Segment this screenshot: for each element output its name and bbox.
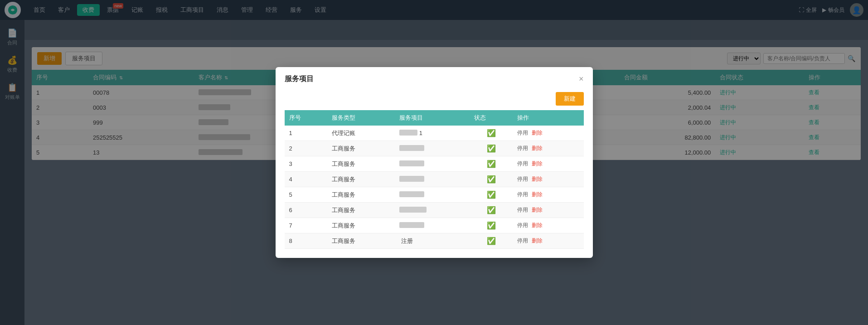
- modal-cell-item: [395, 187, 470, 203]
- status-check-icon: ✅: [487, 129, 496, 137]
- modal-cell-status: ✅: [470, 187, 513, 203]
- stop-button[interactable]: 停用: [517, 160, 528, 167]
- stop-button[interactable]: 停用: [517, 222, 528, 228]
- modal-table-row: 7 工商服务 ✅ 停用 删除: [285, 218, 584, 233]
- modal-cell-action[interactable]: 停用 删除: [513, 203, 583, 218]
- modal-cell-seq: 3: [285, 156, 328, 172]
- modal-cell-action[interactable]: 停用 删除: [513, 126, 583, 141]
- modal-close-button[interactable]: ×: [579, 74, 584, 84]
- modal-cell-status: ✅: [470, 218, 513, 233]
- modal-table-row: 6 工商服务 ✅ 停用 删除: [285, 203, 584, 218]
- modal-cell-item: [395, 218, 470, 233]
- modal-cell-item: [395, 141, 470, 156]
- modal-body: 新建 序号 服务类型 服务项目 状态 操作 1 代理记账 1: [276, 87, 593, 258]
- modal-cell-seq: 8: [285, 233, 328, 249]
- modal-table-row: 8 工商服务 注册 ✅ 停用 删除: [285, 233, 584, 249]
- modal-col-status: 状态: [470, 110, 513, 126]
- modal-cell-type: 工商服务: [327, 218, 395, 233]
- modal-cell-type: 工商服务: [327, 172, 395, 187]
- modal-cell-type: 工商服务: [327, 141, 395, 156]
- modal-cell-status: ✅: [470, 233, 513, 249]
- delete-button[interactable]: 删除: [532, 176, 543, 182]
- modal-cell-item: 注册: [395, 233, 470, 249]
- status-check-icon: ✅: [487, 145, 496, 152]
- modal-table-row: 1 代理记账 1 ✅ 停用 删除: [285, 126, 584, 141]
- modal-cell-status: ✅: [470, 141, 513, 156]
- modal-cell-seq: 6: [285, 203, 328, 218]
- modal-cell-seq: 4: [285, 172, 328, 187]
- modal-cell-item: [395, 203, 470, 218]
- modal-cell-action[interactable]: 停用 删除: [513, 141, 583, 156]
- modal-cell-action[interactable]: 停用 删除: [513, 156, 583, 172]
- modal-cell-status: ✅: [470, 172, 513, 187]
- stop-button[interactable]: 停用: [517, 130, 528, 136]
- status-check-icon: ✅: [487, 160, 496, 168]
- modal-table-row: 3 工商服务 ✅ 停用 删除: [285, 156, 584, 172]
- delete-button[interactable]: 删除: [532, 222, 543, 228]
- modal-cell-action[interactable]: 停用 删除: [513, 233, 583, 249]
- modal-cell-status: ✅: [470, 126, 513, 141]
- stop-button[interactable]: 停用: [517, 176, 528, 182]
- modal-col-seq: 序号: [285, 110, 328, 126]
- delete-button[interactable]: 删除: [532, 238, 543, 244]
- modal-table-row: 4 工商服务 ✅ 停用 删除: [285, 172, 584, 187]
- modal-col-type: 服务类型: [327, 110, 395, 126]
- modal-cell-status: ✅: [470, 156, 513, 172]
- modal-header: 服务项目 ×: [276, 67, 593, 87]
- modal-cell-status: ✅: [470, 203, 513, 218]
- modal-title: 服务项目: [285, 74, 314, 84]
- status-check-icon: ✅: [487, 222, 496, 229]
- status-check-icon: ✅: [487, 191, 496, 199]
- modal-col-item: 服务项目: [395, 110, 470, 126]
- delete-button[interactable]: 删除: [532, 191, 543, 198]
- modal-col-action: 操作: [513, 110, 583, 126]
- modal-cell-type: 工商服务: [327, 187, 395, 203]
- stop-button[interactable]: 停用: [517, 238, 528, 244]
- modal-table-row: 5 工商服务 ✅ 停用 删除: [285, 187, 584, 203]
- modal-cell-seq: 7: [285, 218, 328, 233]
- modal-cell-item: [395, 172, 470, 187]
- modal-cell-action[interactable]: 停用 删除: [513, 187, 583, 203]
- modal-new-button[interactable]: 新建: [556, 92, 584, 106]
- stop-button[interactable]: 停用: [517, 207, 528, 213]
- modal-cell-item: 1: [395, 126, 470, 141]
- delete-button[interactable]: 删除: [532, 160, 543, 167]
- modal-table-row: 2 工商服务 ✅ 停用 删除: [285, 141, 584, 156]
- status-check-icon: ✅: [487, 237, 496, 245]
- modal-table-wrap[interactable]: 序号 服务类型 服务项目 状态 操作 1 代理记账 1 ✅ 停用 删除 2 工商…: [285, 110, 584, 249]
- modal-cell-type: 工商服务: [327, 156, 395, 172]
- modal-cell-type: 工商服务: [327, 203, 395, 218]
- modal-cell-type: 工商服务: [327, 233, 395, 249]
- status-check-icon: ✅: [487, 206, 496, 214]
- stop-button[interactable]: 停用: [517, 191, 528, 198]
- modal-overlay[interactable]: 服务项目 × 新建 序号 服务类型 服务项目 状态 操作: [0, 0, 868, 325]
- delete-button[interactable]: 删除: [532, 207, 543, 213]
- modal-cell-item: [395, 156, 470, 172]
- modal-cell-seq: 2: [285, 141, 328, 156]
- service-item-modal: 服务项目 × 新建 序号 服务类型 服务项目 状态 操作: [276, 67, 593, 258]
- delete-button[interactable]: 删除: [532, 145, 543, 151]
- modal-cell-action[interactable]: 停用 删除: [513, 218, 583, 233]
- modal-toolbar: 新建: [285, 92, 584, 106]
- modal-cell-action[interactable]: 停用 删除: [513, 172, 583, 187]
- modal-table: 序号 服务类型 服务项目 状态 操作 1 代理记账 1 ✅ 停用 删除 2 工商…: [285, 110, 584, 249]
- stop-button[interactable]: 停用: [517, 145, 528, 151]
- modal-cell-seq: 5: [285, 187, 328, 203]
- status-check-icon: ✅: [487, 175, 496, 183]
- modal-cell-seq: 1: [285, 126, 328, 141]
- modal-cell-type: 代理记账: [327, 126, 395, 141]
- delete-button[interactable]: 删除: [532, 130, 543, 136]
